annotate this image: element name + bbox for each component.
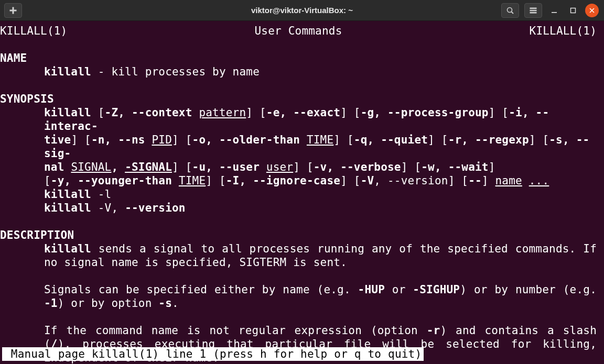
synopsis-line-3: nal SIGNAL, -SIGNAL] [-u, --user user] […: [0, 160, 604, 174]
arg-pattern: pattern: [199, 106, 246, 119]
opt-regexp: --regexp: [475, 134, 529, 146]
opt-interactive-cont: tive: [44, 134, 71, 146]
man-header-right: KILLALL(1): [530, 24, 597, 38]
svg-point-2: [508, 7, 512, 12]
opt-y: -y: [51, 174, 64, 187]
opt-i: -i: [509, 106, 522, 119]
arg-signal: SIGNAL: [71, 161, 111, 173]
opt-ns: --ns: [118, 134, 145, 146]
opt-g: -g: [361, 106, 374, 119]
section-synopsis-heading: SYNOPSIS: [0, 92, 604, 106]
name-line: killall - kill processes by name: [0, 65, 604, 79]
titlebar-right: [501, 3, 604, 18]
opt-o: -o: [192, 134, 206, 146]
opt-s: -s: [549, 134, 563, 146]
desc-minus1: -1: [44, 297, 58, 310]
man-page-content: KILLALL(1) User Commands KILLALL(1) NAME…: [0, 21, 604, 364]
desc-dashs: -s: [158, 297, 172, 310]
desc-cmd: killall: [44, 242, 91, 255]
opt-older-than: --older-than: [219, 134, 300, 146]
desc-hup: -HUP: [358, 283, 385, 296]
section-name-heading: NAME: [0, 51, 604, 65]
hamburger-icon: [529, 6, 537, 15]
desc-p3a: If the command name is not regular expre…: [44, 324, 427, 337]
arg-user: user: [266, 161, 293, 173]
opt-e: -e: [266, 106, 280, 119]
name-rest: - kill processes by name: [91, 65, 260, 78]
opt-ignore-case: --ignore-case: [253, 174, 340, 187]
opt-u: -u: [192, 161, 206, 173]
syn-V-flag: -V: [91, 202, 112, 214]
opt-z: -Z: [105, 106, 118, 119]
close-button[interactable]: [585, 4, 599, 17]
opt-w: -w: [421, 161, 435, 173]
opt-q: -q: [354, 134, 368, 146]
man-header-center: User Commands: [255, 24, 342, 38]
terminal-viewport[interactable]: KILLALL(1) User Commands KILLALL(1) NAME…: [0, 21, 604, 364]
svg-rect-6: [530, 12, 536, 13]
arg-time1: TIME: [307, 134, 333, 146]
desc-p2c: ) or by number (e.g.: [460, 283, 597, 296]
window-titlebar: viktor@viktor-VirtualBox: ~: [0, 0, 604, 21]
opt-user: --user: [219, 161, 260, 173]
desc-sighup: -SIGHUP: [413, 283, 460, 296]
svg-rect-4: [530, 8, 536, 9]
plus-icon: [9, 6, 17, 15]
minimize-icon: [551, 7, 557, 14]
arg-dots: ...: [529, 174, 549, 187]
syn-cmd: killall: [44, 106, 91, 119]
arg-pid: PID: [152, 134, 172, 146]
name-cmd: killall: [44, 65, 91, 78]
svg-rect-5: [530, 10, 536, 11]
arg-time2: TIME: [179, 174, 206, 187]
maximize-button[interactable]: [566, 4, 580, 17]
search-button[interactable]: [501, 3, 519, 18]
new-tab-button[interactable]: [4, 3, 22, 18]
opt-process-group: --process-group: [387, 106, 489, 119]
svg-rect-1: [10, 10, 16, 11]
svg-line-3: [512, 12, 514, 14]
titlebar-left: [0, 3, 22, 18]
desc-p2d: ) or by option: [58, 297, 159, 310]
opt-wait: --wait: [448, 161, 489, 173]
opt-r: -r: [448, 134, 462, 146]
opt-younger-than: --younger-than: [78, 174, 172, 187]
close-icon: [589, 7, 595, 14]
syn-version-flag: --version: [125, 202, 186, 214]
opt-V: -V: [361, 174, 374, 187]
pager-status-line: Manual page killall(1) line 1 (press h f…: [2, 347, 424, 361]
maximize-icon: [570, 7, 576, 14]
opt-signal-cont: nal: [44, 161, 64, 173]
opt-dashdash: --: [468, 174, 482, 187]
opt-n: -n: [91, 134, 105, 146]
opt-exact: --exact: [293, 106, 340, 119]
opt-signal: -SIGNAL: [125, 161, 172, 173]
menu-button[interactable]: [524, 3, 542, 18]
desc-para-1: killall sends a signal to all processes …: [0, 242, 604, 269]
syn-cmd-3: killall: [44, 202, 91, 214]
desc-p1-text: sends a signal to all processes running …: [44, 242, 597, 269]
synopsis-line-6: killall -V, --version: [0, 201, 604, 215]
opt-quiet: --quiet: [381, 134, 428, 146]
opt-version: --version: [387, 174, 448, 187]
minimize-button[interactable]: [547, 4, 561, 17]
opt-context: --context: [132, 106, 192, 119]
desc-p2a: Signals can be specified either by name …: [44, 283, 358, 296]
man-header: KILLALL(1) User Commands KILLALL(1): [0, 24, 604, 38]
opt-v: -v: [314, 161, 327, 173]
syn-cmd-2: killall: [44, 188, 91, 201]
synopsis-line-2: tive] [-n, --ns PID] [-o, --older-than T…: [0, 133, 604, 160]
synopsis-line-1: killall [-Z, --context pattern] [-e, --e…: [0, 106, 604, 133]
desc-para-2: Signals can be specified either by name …: [0, 283, 604, 310]
desc-p2b: or: [385, 283, 413, 296]
synopsis-line-4: [-y, --younger-than TIME] [-I, --ignore-…: [0, 174, 604, 187]
search-icon: [506, 6, 514, 15]
svg-rect-7: [552, 12, 557, 13]
arg-name: name: [495, 174, 522, 187]
opt-verbose: --verbose: [340, 161, 401, 173]
desc-dashr: -r: [427, 324, 440, 337]
svg-rect-8: [571, 8, 576, 13]
opt-I: -I: [226, 174, 240, 187]
desc-p2e: .: [172, 297, 179, 310]
syn-l-flag: -l: [91, 188, 112, 201]
